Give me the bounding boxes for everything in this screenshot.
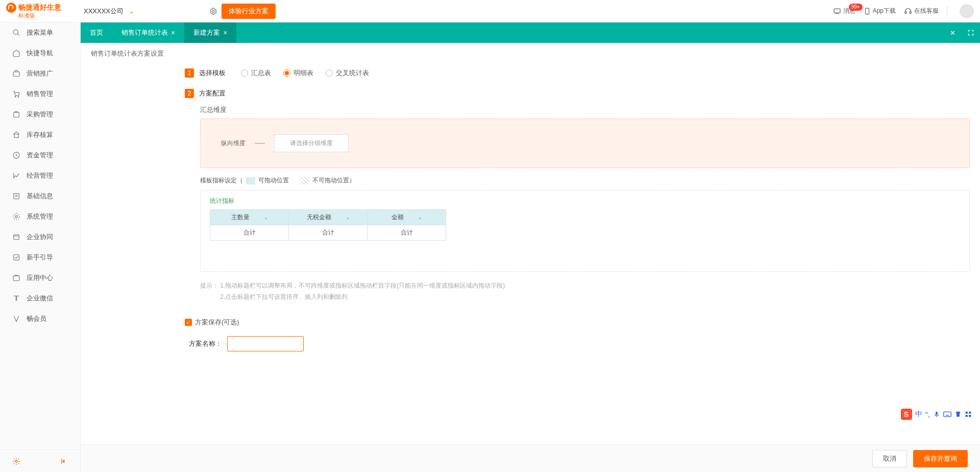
sidebar-icon <box>12 69 20 78</box>
sidebar-item-label: 搜索菜单 <box>27 28 53 37</box>
online-support-button[interactable]: 在线客服 <box>904 7 939 15</box>
svg-point-6 <box>13 30 18 34</box>
sidebar-icon <box>12 315 20 323</box>
sidebar-item[interactable]: 新手引导 <box>0 247 80 268</box>
column-label: 金额 <box>391 213 404 222</box>
tab[interactable]: 销售订单统计表× <box>112 22 184 43</box>
ime-mic-icon[interactable] <box>933 411 940 418</box>
svg-rect-35 <box>969 415 971 417</box>
svg-rect-8 <box>13 72 19 77</box>
chevron-down-icon: ⌄ <box>129 7 134 15</box>
indicator-column-header[interactable]: 无税金额⌄ <box>289 210 368 225</box>
sidebar-item-label: 企业微信 <box>27 294 53 303</box>
tab[interactable]: 新建方案× <box>184 22 236 43</box>
sidebar-item[interactable]: 系统管理 <box>0 206 80 227</box>
indicator-total-cell: 合计 <box>368 225 446 241</box>
indicator-column-header[interactable]: 主数量⌄ <box>210 210 289 225</box>
template-radio[interactable]: 交叉统计表 <box>326 68 369 78</box>
content: 销售订单统计表方案设置 1 选择模板 汇总表明细表交叉统计表 2 方案配置 汇总… <box>81 43 980 444</box>
step-1: 1 选择模板 汇总表明细表交叉统计表 <box>81 64 980 85</box>
settings-icon[interactable] <box>12 457 20 465</box>
close-icon[interactable]: × <box>223 29 227 37</box>
sidebar-item[interactable]: 企业协同 <box>0 227 80 247</box>
svg-rect-32 <box>966 412 968 414</box>
fullscreen-button[interactable] <box>962 22 980 43</box>
indicator-column-header[interactable]: 金额⌄ <box>368 210 446 225</box>
collapse-icon[interactable] <box>60 457 68 465</box>
ime-punct-icon[interactable]: °, <box>925 410 930 418</box>
sidebar-item[interactable]: 搜索菜单 <box>0 22 80 43</box>
sidebar-icon <box>12 49 20 57</box>
chevron-down-icon: ⌄ <box>264 215 268 220</box>
sidebar-icon <box>12 90 20 98</box>
avatar[interactable] <box>960 4 974 18</box>
sidebar-item[interactable]: 营销推广 <box>0 63 80 84</box>
step-number: 1 <box>185 68 194 78</box>
template-radio[interactable]: 明细表 <box>283 68 313 78</box>
svg-line-7 <box>17 34 19 35</box>
ime-skin-icon[interactable] <box>954 411 962 418</box>
tabbar: 首页销售订单统计表×新建方案× ✕ <box>81 22 980 43</box>
support-label: 在线客服 <box>914 7 939 15</box>
try-solution-button[interactable]: 体验行业方案 <box>222 4 276 19</box>
plan-name-input[interactable] <box>227 336 304 351</box>
axis-line <box>255 143 265 144</box>
svg-rect-22 <box>13 276 19 280</box>
radio-label: 明细表 <box>293 68 313 78</box>
sidebar-icon <box>12 151 20 159</box>
sidebar-icon <box>12 192 20 200</box>
group-dimension-input[interactable]: 请选择分组维度 <box>274 134 349 152</box>
sidebar-item[interactable]: 采购管理 <box>0 104 80 125</box>
indicator-total-cell: 合计 <box>210 225 289 241</box>
sidebar-item[interactable]: 经营管理 <box>0 166 80 186</box>
tab-label: 新建方案 <box>193 28 220 37</box>
sidebar-item[interactable]: 基础信息 <box>0 186 80 206</box>
cancel-button[interactable]: 取消 <box>872 450 907 467</box>
sidebar-item-label: 资金管理 <box>27 151 53 160</box>
close-icon[interactable]: × <box>171 29 175 37</box>
sidebar-icon <box>12 253 20 262</box>
indicator-table: 主数量⌄无税金额⌄金额⌄ 合计合计合计 <box>210 209 446 241</box>
sidebar-item-label: 应用中心 <box>27 273 53 282</box>
save-checkbox-row[interactable]: ✓ 方案保存(可选) <box>185 318 970 327</box>
svg-rect-5 <box>910 11 911 13</box>
save-and-query-button[interactable]: 保存并查询 <box>913 450 968 467</box>
radio-label: 汇总表 <box>251 68 271 78</box>
sidebar-item[interactable]: 快捷导航 <box>0 43 80 63</box>
sidebar-icon <box>12 294 20 302</box>
dimension-title: 汇总维度 <box>81 105 980 119</box>
app-header: 畅捷通好生意 标准版 XXXXXX公司 ⌄ 体验行业方案 消息 99+ App下… <box>0 0 980 22</box>
gear-icon[interactable] <box>205 7 222 15</box>
sidebar-item[interactable]: 库存核算 <box>0 125 80 145</box>
sidebar-item-label: 快捷导航 <box>27 49 53 58</box>
svg-rect-11 <box>14 112 19 117</box>
axis-label: 纵向维度 <box>221 139 246 148</box>
tab[interactable]: 首页 <box>81 22 112 43</box>
svg-point-23 <box>15 460 17 462</box>
sidebar-item[interactable]: 畅会员 <box>0 309 80 329</box>
ime-lang-icon[interactable]: 中 <box>915 410 922 419</box>
app-download-button[interactable]: App下载 <box>864 7 896 15</box>
messages-button[interactable]: 消息 99+ <box>833 7 855 15</box>
divider <box>947 6 947 16</box>
tab-close-all-button[interactable]: ✕ <box>943 22 962 43</box>
svg-point-18 <box>13 214 19 220</box>
company-select[interactable]: XXXXXX公司 ⌄ <box>78 7 205 16</box>
sidebar-icon <box>12 131 20 139</box>
ime-logo-icon[interactable]: S <box>901 409 912 420</box>
sidebar-item[interactable]: 应用中心 <box>0 268 80 288</box>
radio-icon <box>283 69 290 77</box>
sidebar-item-label: 系统管理 <box>27 212 53 221</box>
chat-icon <box>833 7 841 15</box>
ime-toolbox-icon[interactable] <box>965 411 972 418</box>
sidebar-item[interactable]: 销售管理 <box>0 84 80 104</box>
legend: 模板指标设定（ 可拖动位置 不可拖动位置） <box>81 176 980 190</box>
sidebar-item[interactable]: 资金管理 <box>0 145 80 166</box>
svg-rect-19 <box>14 234 19 239</box>
svg-rect-26 <box>944 412 951 416</box>
chevron-down-icon: ⌄ <box>346 215 350 220</box>
sidebar-item[interactable]: 企业微信 <box>0 288 80 309</box>
sidebar-item-label: 库存核算 <box>27 130 53 139</box>
ime-keyboard-icon[interactable] <box>943 411 951 417</box>
template-radio[interactable]: 汇总表 <box>241 68 271 78</box>
